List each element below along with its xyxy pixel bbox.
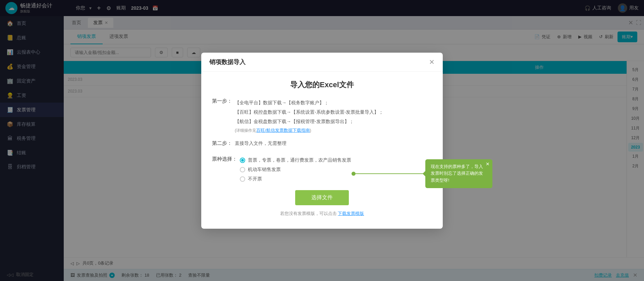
radio-group: 普票，专票，卷票，通行费发票，农产品销售发票 机动车销售发票 不开票	[240, 157, 351, 182]
modal-footer: 若您没有发票模版，可以点击 下载发票模版	[212, 211, 432, 222]
step1-link-note: (详细操作见	[235, 128, 256, 133]
tooltip-close-button[interactable]: ✕	[486, 161, 490, 167]
radio-circle-3	[240, 176, 245, 182]
step1-label: 第一步：	[212, 98, 232, 131]
step1-link-row: (详细操作见百旺/航信发票数据下载指南)	[235, 127, 383, 133]
tooltip-popup: ✕ 现在支持的票种多了，导入发票时别忘了选择正确的发票类型呀!	[425, 159, 492, 188]
radio-label-1: 普票，专票，卷票，通行费发票，农产品销售发票	[248, 157, 351, 163]
modal-overlay: 销项数据导入 ✕ 导入您的Excel文件 第一步： 【全电平台】数据下载→【税务…	[0, 0, 644, 281]
download-template-link[interactable]: 下载发票模版	[338, 211, 364, 216]
tooltip-dot	[352, 172, 356, 176]
radio-circle-2	[240, 167, 245, 172]
modal-ticket-type: 票种选择： 普票，专票，卷票，通行费发票，农产品销售发票 机动车销售发票	[212, 156, 432, 182]
step1-line-2: 【百旺】税控盘数据下载→【系统设置-系统参数设置-发票批量导入】；	[235, 107, 383, 117]
radio-circle-1	[240, 158, 245, 163]
radio-option-3[interactable]: 不开票	[240, 176, 351, 182]
footer-text: 若您没有发票模版，可以点击	[280, 211, 337, 216]
radio-option-1[interactable]: 普票，专票，卷票，通行费发票，农产品销售发票	[240, 157, 351, 163]
modal-close-button[interactable]: ✕	[429, 58, 435, 66]
ticket-type-label: 票种选择：	[212, 156, 237, 162]
tooltip-text: 现在支持的票种多了，导入发票时别忘了选择正确的发票类型呀!	[431, 163, 487, 184]
select-file-button[interactable]: 选择文件	[295, 190, 349, 205]
step1-content: 【全电平台】数据下载→【税务数字账户】； 【百旺】税控盘数据下载→【系统设置-系…	[235, 98, 383, 133]
modal-step1: 第一步： 【全电平台】数据下载→【税务数字账户】； 【百旺】税控盘数据下载→【系…	[212, 98, 432, 133]
radio-option-2[interactable]: 机动车销售发票	[240, 167, 351, 173]
modal-body: 导入您的Excel文件 第一步： 【全电平台】数据下载→【税务数字账户】； 【百…	[201, 72, 443, 229]
radio-label-2: 机动车销售发票	[248, 167, 281, 173]
modal-step2: 第二步： 直接导入文件，无需整理	[212, 140, 432, 149]
modal-header: 销项数据导入 ✕	[201, 53, 443, 72]
step2-content: 直接导入文件，无需整理	[235, 140, 286, 147]
step2-label: 第二步：	[212, 140, 232, 147]
modal-btn-row: 选择文件	[212, 190, 432, 205]
tooltip-line	[355, 173, 425, 174]
import-modal: 销项数据导入 ✕ 导入您的Excel文件 第一步： 【全电平台】数据下载→【税务…	[201, 53, 443, 229]
step1-line-3: 【航信】金税盘数据下载→【报税管理-发票数据导出】；	[235, 117, 383, 126]
step1-line-1: 【全电平台】数据下载→【税务数字账户】；	[235, 98, 383, 107]
step1-guide-link[interactable]: 百旺/航信发票数据下载指南	[256, 128, 310, 133]
modal-main-title: 导入您的Excel文件	[212, 80, 432, 90]
modal-title: 销项数据导入	[209, 58, 246, 66]
radio-label-3: 不开票	[248, 176, 262, 182]
